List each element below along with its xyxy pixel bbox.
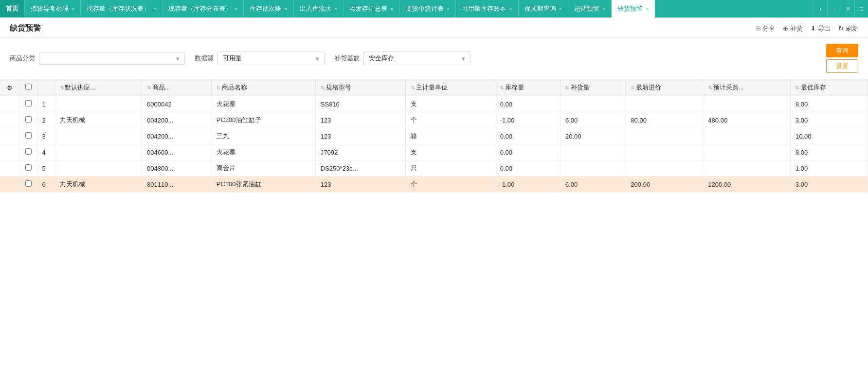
cell-product-code: 004200... xyxy=(142,112,212,128)
cell-spec: DS250*23c... xyxy=(315,160,405,176)
row-checkbox[interactable] xyxy=(25,100,32,106)
cell-min-stock: 3.00 xyxy=(790,112,868,128)
datasource-filter-label: 数据源 xyxy=(195,54,214,63)
replenish-button[interactable]: ⊕ 补货 xyxy=(783,24,803,33)
cell-min-stock: 8.00 xyxy=(790,144,868,160)
tab-item-overstock-warning[interactable]: 超储预警× xyxy=(568,0,612,18)
page-header: 缺货预警 ⎘ 分享 ⊕ 补货 ⬇ 导出 ↻ 刷新 xyxy=(0,18,868,38)
cell-settings xyxy=(0,112,19,128)
th-spec[interactable]: 规格型号 xyxy=(315,79,405,96)
tab-close-overstock-warning[interactable]: × xyxy=(602,6,605,12)
cell-est-purchase xyxy=(703,160,791,176)
cell-product-code: 004600... xyxy=(142,144,212,160)
tab-close-shortage-warning[interactable]: × xyxy=(646,6,649,12)
row-checkbox[interactable] xyxy=(25,148,32,155)
th-est-purchase[interactable]: 预计采购... xyxy=(703,79,791,96)
cell-replenish-qty: 6.00 xyxy=(561,176,626,193)
th-product-name[interactable]: 商品名称 xyxy=(211,79,315,96)
cell-checkbox xyxy=(19,160,37,176)
th-settings[interactable]: ⚙ xyxy=(0,79,19,96)
th-min-stock[interactable]: 最低库存 xyxy=(790,79,868,96)
cell-unit: 支 xyxy=(406,96,495,112)
cell-product-name: 离合片 xyxy=(211,160,315,176)
th-default-supplier[interactable]: 默认供应... xyxy=(54,79,142,96)
th-stock-qty[interactable]: 库存量 xyxy=(495,79,560,96)
tab-close-button[interactable]: ✕ xyxy=(841,0,854,18)
cell-spec: 123 xyxy=(315,112,405,128)
th-unit[interactable]: 主计量单位 xyxy=(406,79,495,96)
cell-product-name: 火花塞 xyxy=(211,96,315,112)
cell-index: 3 xyxy=(37,128,54,144)
cell-default-supplier xyxy=(54,160,142,176)
row-checkbox[interactable] xyxy=(25,116,32,123)
tab-close-order-stats[interactable]: × xyxy=(447,6,450,12)
cell-settings xyxy=(0,96,19,112)
tab-item-batch-account[interactable]: 库存批次账× xyxy=(244,0,293,18)
tab-item-available-ledger[interactable]: 可用量库存账本× xyxy=(456,0,518,18)
cell-checkbox xyxy=(19,176,37,193)
tab-close-expiry-query[interactable]: × xyxy=(559,6,562,12)
cell-latest-price xyxy=(626,144,703,160)
category-select[interactable]: ▾ xyxy=(39,53,185,65)
cell-stock-qty: 0.00 xyxy=(495,96,560,112)
cell-replenish-qty: 20.00 xyxy=(561,128,626,144)
cell-product-code: 004200... xyxy=(142,128,212,144)
tab-item-order-stats[interactable]: 要货单统计表× xyxy=(400,0,456,18)
cell-unit: 个 xyxy=(406,176,495,193)
tab-item-home[interactable]: 首页 xyxy=(0,0,25,18)
row-checkbox[interactable] xyxy=(25,164,32,171)
cell-est-purchase xyxy=(703,96,791,112)
cell-stock-qty: -1.00 xyxy=(495,112,560,128)
tab-item-defect-handling[interactable]: 拣货异常处理× xyxy=(25,0,81,18)
cell-latest-price xyxy=(626,96,703,112)
cell-default-supplier: 力天机械 xyxy=(54,112,142,128)
tab-item-receive-summary[interactable]: 收发存汇总表× xyxy=(344,0,399,18)
datasource-select[interactable]: 可用量 ▾ xyxy=(217,52,325,65)
cell-latest-price xyxy=(626,160,703,176)
tab-maximize-button[interactable]: □ xyxy=(854,0,868,18)
share-button[interactable]: ⎘ 分享 xyxy=(757,24,775,33)
table-row: 3004200...三九123箱0.0020.0010.00 xyxy=(0,128,868,144)
tab-close-in-out-flow[interactable]: × xyxy=(334,6,337,12)
select-all-checkbox[interactable] xyxy=(25,84,32,90)
th-product-code[interactable]: 商品... xyxy=(142,79,212,96)
cell-replenish-qty xyxy=(561,96,626,112)
row-checkbox[interactable] xyxy=(25,180,32,187)
tab-label-overstock-warning: 超储预警 xyxy=(574,4,599,13)
query-button[interactable]: 查询 xyxy=(826,44,858,57)
row-checkbox[interactable] xyxy=(25,132,32,139)
th-index xyxy=(37,79,54,96)
cell-product-name: 三九 xyxy=(211,128,315,144)
cell-default-supplier xyxy=(54,144,142,160)
cell-checkbox xyxy=(19,144,37,160)
tab-item-inventory-dist[interactable]: 现存量（库存分布表）× xyxy=(163,0,244,18)
tab-prev-button[interactable]: ‹ xyxy=(814,0,827,18)
cell-min-stock: 1.00 xyxy=(790,160,868,176)
settings-button[interactable]: 设置 xyxy=(826,59,858,73)
tab-item-inventory-status[interactable]: 现存量（库存状况表）× xyxy=(81,0,162,18)
tab-item-shortage-warning[interactable]: 缺货预警× xyxy=(612,0,654,18)
cell-product-code: 004800... xyxy=(142,160,212,176)
tab-item-expiry-query[interactable]: 保质期查询× xyxy=(519,0,568,18)
tab-close-inventory-status[interactable]: × xyxy=(153,6,156,12)
tab-close-inventory-dist[interactable]: × xyxy=(235,6,237,12)
th-latest-price[interactable]: 最新进价 xyxy=(626,79,703,96)
export-label: 导出 xyxy=(818,24,831,33)
th-replenish-qty[interactable]: 补货量 xyxy=(561,79,626,96)
tab-close-available-ledger[interactable]: × xyxy=(509,6,512,12)
refresh-button[interactable]: ↻ 刷新 xyxy=(838,24,858,33)
tab-close-defect-handling[interactable]: × xyxy=(72,6,74,12)
table-row: 2力天机械004200...PC200油缸缸子123个-1.006.0080.0… xyxy=(0,112,868,128)
replenish-label: 补货 xyxy=(790,24,803,33)
export-button[interactable]: ⬇ 导出 xyxy=(811,24,831,33)
tab-close-receive-summary[interactable]: × xyxy=(390,6,393,12)
tab-close-batch-account[interactable]: × xyxy=(284,6,287,12)
page-content: 缺货预警 ⎘ 分享 ⊕ 补货 ⬇ 导出 ↻ 刷新 商品分类 xyxy=(0,18,868,387)
tab-label-inventory-dist: 现存量（库存分布表） xyxy=(168,4,232,13)
cell-product-name: PC200张紧油缸 xyxy=(211,176,315,193)
cell-settings xyxy=(0,128,19,144)
tab-next-button[interactable]: › xyxy=(827,0,841,18)
replenish-base-select[interactable]: 安全库存 ▾ xyxy=(363,52,470,65)
tab-item-in-out-flow[interactable]: 出入库流水× xyxy=(294,0,344,18)
th-checkbox[interactable] xyxy=(19,79,37,96)
